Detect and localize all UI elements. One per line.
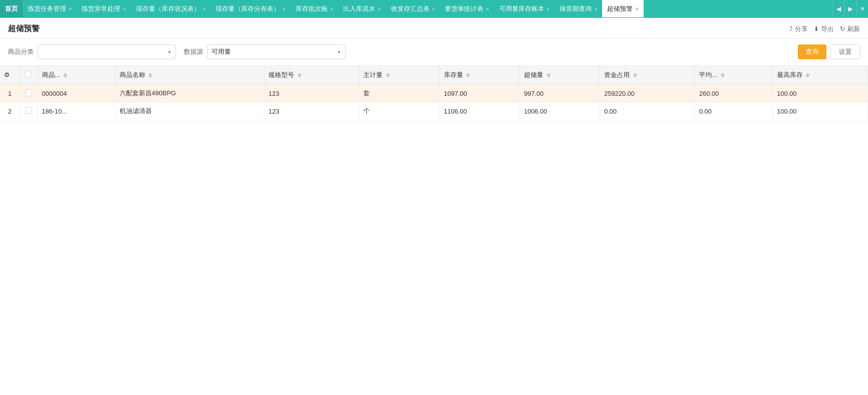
column-spec[interactable]: 规格型号 (264, 66, 359, 84)
sort-icon-avg (721, 73, 725, 78)
select-all-checkbox[interactable] (24, 71, 31, 78)
nav-tab-10[interactable]: 超储预警 × (602, 0, 643, 18)
cell-overstock-1: 1006.00 (520, 102, 600, 120)
refresh-icon: ↻ (840, 25, 845, 33)
table-row: 1 0000004 六配套新昌490BPG 123 套 1097.00 997.… (0, 84, 868, 102)
settings-button[interactable]: 设置 (830, 44, 860, 59)
header-actions: ⤴ 分享 ⬇ 导出 ↻ 刷新 (789, 25, 860, 34)
cell-overstock-0: 997.00 (520, 84, 600, 102)
page-header: 超储预警 ⤴ 分享 ⬇ 导出 ↻ 刷新 (0, 18, 868, 39)
share-button[interactable]: ⤴ 分享 (789, 25, 808, 34)
checkbox-1[interactable] (25, 107, 32, 114)
sort-icon-spec (298, 73, 302, 78)
cell-avg-1: 0.00 (695, 102, 773, 120)
cell-spec-1: 123 (264, 102, 359, 120)
cell-max-stock-1: 100.00 (773, 102, 868, 120)
table-header-row: ⚙ 商品... 商品名称 (0, 66, 868, 84)
close-tab-2[interactable]: × (203, 6, 206, 12)
close-tab-3[interactable]: × (282, 6, 285, 12)
nav-arrow-left[interactable]: ◀ (832, 0, 844, 18)
column-avg[interactable]: 平均... (695, 66, 773, 84)
column-select-all[interactable] (20, 66, 38, 84)
sort-icon-unit (386, 73, 390, 78)
cell-avg-0: 260.00 (695, 84, 773, 102)
export-icon: ⬇ (814, 25, 819, 33)
table-row: 2 186-10... 机油滤清器 123 个 1106.00 1006.00 … (0, 102, 868, 120)
row-checkbox-0[interactable] (20, 84, 38, 102)
nav-close-all[interactable]: ✕ (856, 0, 868, 18)
close-tab-6[interactable]: × (432, 6, 435, 12)
sort-icon-max-stock (806, 73, 810, 78)
close-tab-0[interactable]: × (69, 6, 72, 12)
cell-spec-0: 123 (264, 84, 359, 102)
column-unit[interactable]: 主计量 (359, 66, 439, 84)
close-tab-5[interactable]: × (378, 6, 381, 12)
nav-tab-9[interactable]: 保质期查询 × (555, 0, 602, 18)
nav-tab-8[interactable]: 可用量库存账本 × (494, 0, 555, 18)
cell-max-stock-0: 100.00 (773, 84, 868, 102)
refresh-button[interactable]: ↻ 刷新 (840, 25, 860, 34)
row-num-1: 2 (0, 102, 20, 120)
close-tab-4[interactable]: × (330, 6, 333, 12)
datasource-select[interactable]: 可用量 (207, 44, 346, 59)
sort-icon-stock (466, 73, 470, 78)
column-product-code[interactable]: 商品... (38, 66, 115, 84)
page-title: 超储预警 (8, 24, 40, 34)
data-table: ⚙ 商品... 商品名称 (0, 66, 868, 120)
cell-product-name-1: 机油滤清器 (115, 102, 264, 120)
share-icon: ⤴ (789, 25, 793, 33)
category-select[interactable] (38, 44, 176, 59)
close-tab-8[interactable]: × (547, 6, 550, 12)
column-max-stock[interactable]: 最高库存 (773, 66, 868, 84)
table-body: 1 0000004 六配套新昌490BPG 123 套 1097.00 997.… (0, 84, 868, 120)
datasource-filter-group: 数据源 可用量 ▼ (184, 44, 346, 59)
column-overstock[interactable]: 超储量 (520, 66, 600, 84)
column-capital[interactable]: 资金占用 (600, 66, 695, 84)
row-num-0: 1 (0, 84, 20, 102)
page-content: 超储预警 ⤴ 分享 ⬇ 导出 ↻ 刷新 商品分类 ▼ 数据源 (0, 18, 868, 395)
filter-area: 商品分类 ▼ 数据源 可用量 ▼ 查询 设置 (0, 39, 868, 66)
nav-tab-3[interactable]: 现存量（库存分布表） × (211, 0, 290, 18)
nav-arrow-group: ◀ ▶ ✕ (832, 0, 868, 18)
query-button[interactable]: 查询 (798, 44, 826, 59)
nav-tab-6[interactable]: 收发存汇总表 × (386, 0, 440, 18)
nav-tab-2[interactable]: 现存量（库存状况表） × (131, 0, 211, 18)
cell-product-code-0: 0000004 (38, 84, 115, 102)
cell-capital-1: 0.00 (600, 102, 695, 120)
close-tab-10[interactable]: × (635, 6, 638, 12)
cell-product-name-0: 六配套新昌490BPG (115, 84, 264, 102)
sort-icon-product-name (148, 73, 152, 78)
datasource-select-wrapper: 可用量 ▼ (207, 44, 346, 59)
cell-stock-1: 1106.00 (439, 102, 520, 120)
top-nav: 首页 拣货任务管理 × 拣货异常处理 × 现存量（库存状况表） × 现存量（库存… (0, 0, 868, 18)
column-settings[interactable]: ⚙ (0, 66, 20, 84)
category-label: 商品分类 (8, 47, 34, 56)
sort-icon-product-code (63, 73, 67, 78)
nav-tab-5[interactable]: 出入库流水 × (338, 0, 386, 18)
cell-capital-0: 259220.00 (600, 84, 695, 102)
nav-tab-1[interactable]: 拣货异常处理 × (77, 0, 130, 18)
close-tab-7[interactable]: × (486, 6, 489, 12)
column-stock[interactable]: 库存量 (439, 66, 520, 84)
nav-tab-0[interactable]: 拣货任务管理 × (23, 0, 77, 18)
category-filter-group: 商品分类 ▼ (8, 44, 176, 59)
nav-home[interactable]: 首页 (0, 0, 23, 18)
checkbox-0[interactable] (25, 89, 32, 96)
table-area: ⚙ 商品... 商品名称 (0, 66, 868, 120)
close-tab-1[interactable]: × (123, 6, 126, 12)
nav-tab-7[interactable]: 要货单统计表 × (440, 0, 494, 18)
cell-stock-0: 1097.00 (439, 84, 520, 102)
gear-icon: ⚙ (4, 71, 10, 79)
row-checkbox-1[interactable] (20, 102, 38, 120)
sort-icon-overstock (547, 73, 551, 78)
column-product-name[interactable]: 商品名称 (115, 66, 264, 84)
cell-product-code-1: 186-10... (38, 102, 115, 120)
export-button[interactable]: ⬇ 导出 (814, 25, 834, 34)
cell-unit-0: 套 (359, 84, 439, 102)
category-select-wrapper: ▼ (38, 44, 176, 59)
nav-arrow-right[interactable]: ▶ (844, 0, 856, 18)
close-tab-9[interactable]: × (594, 6, 597, 12)
action-buttons: 查询 设置 (798, 44, 860, 59)
nav-tab-4[interactable]: 库存批次账 × (291, 0, 338, 18)
sort-icon-capital (633, 73, 637, 78)
